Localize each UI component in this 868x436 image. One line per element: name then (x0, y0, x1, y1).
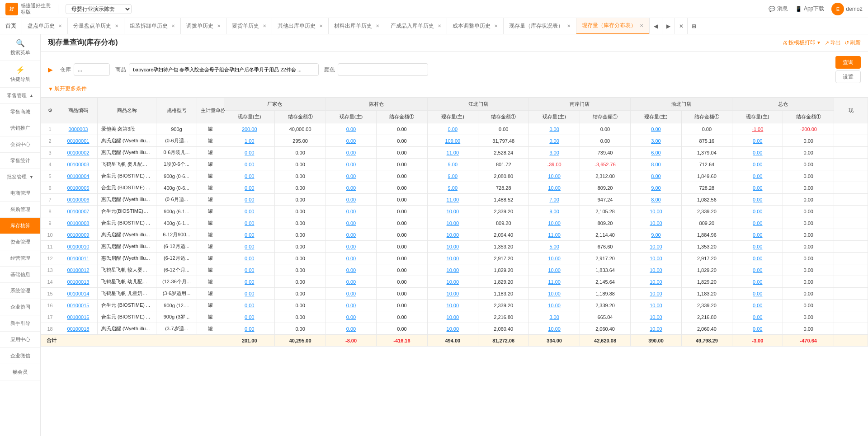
row-chenmao-current[interactable]: 0.00 (326, 311, 376, 323)
row-yuzhong-current[interactable]: 10.00 (631, 300, 681, 311)
row-factory-current[interactable]: 0.00 (224, 217, 275, 229)
sidebar-item-finance[interactable]: 资金管理 (0, 234, 40, 250)
row-yuzhong-current[interactable]: 8.00 (631, 194, 681, 206)
row-nangan-current[interactable]: 10.00 (529, 217, 580, 229)
row-yuzhong-current[interactable]: 10.00 (631, 276, 681, 288)
row-code[interactable]: 00100003 (59, 159, 98, 170)
tab-next-btn[interactable]: ▶ (662, 18, 675, 34)
tab-close-5[interactable]: ✕ (263, 23, 266, 28)
row-code[interactable]: 00100002 (59, 147, 98, 159)
row-total-current[interactable]: 0.00 (732, 206, 783, 217)
row-nangan-current[interactable]: 3.00 (529, 147, 580, 159)
row-yuzhong-current[interactable]: 10.00 (631, 264, 681, 276)
row-code[interactable]: 00100014 (59, 288, 98, 300)
sidebar-item-guide[interactable]: 新手引导 (0, 315, 40, 332)
row-total-current[interactable]: 0.00 (732, 182, 783, 194)
row-code[interactable]: 00100006 (59, 194, 98, 206)
row-code[interactable]: 00100015 (59, 300, 98, 311)
row-nangan-current[interactable]: 9.00 (529, 206, 580, 217)
tab-close-9[interactable]: ✕ (494, 23, 498, 28)
row-factory-current[interactable]: 0.00 (224, 300, 275, 311)
tab-close-8[interactable]: ✕ (438, 23, 441, 28)
row-factory-current[interactable]: 0.00 (224, 241, 275, 253)
row-chenmao-current[interactable]: 0.00 (326, 147, 376, 159)
row-nangan-current[interactable]: 7.00 (529, 194, 580, 206)
message-btn[interactable]: 💬 消息 (769, 5, 788, 13)
print-btn[interactable]: 🖨 按模板打印 ▼ (782, 39, 821, 47)
tab-1[interactable]: 盘点单历史 ✕ (22, 18, 68, 34)
row-factory-current[interactable]: 0.00 (224, 206, 275, 217)
row-total-current[interactable]: 0.00 (732, 288, 783, 300)
row-code[interactable]: 00100013 (59, 276, 98, 288)
tab-close-6[interactable]: ✕ (319, 23, 323, 28)
row-total-current[interactable]: 0.00 (732, 264, 783, 276)
row-yuzhong-current[interactable]: 8.00 (631, 170, 681, 182)
row-nangan-current[interactable]: 10.00 (529, 300, 580, 311)
sidebar-item-retail[interactable]: 零售管理 ▲ (0, 88, 40, 104)
row-factory-current[interactable]: 0.00 (224, 288, 275, 300)
search-button[interactable]: 查询 (835, 56, 861, 69)
row-code[interactable]: 00100008 (59, 217, 98, 229)
industry-select[interactable]: 母婴行业演示陈套 (66, 4, 132, 14)
row-total-current[interactable]: 0.00 (732, 253, 783, 264)
row-chenmao-current[interactable]: 0.00 (326, 288, 376, 300)
sidebar-item-inventory[interactable]: 库存核算 (0, 218, 40, 234)
tab-7[interactable]: 材料出库单历史 ✕ (329, 18, 385, 34)
tab-home[interactable]: 首页 (0, 18, 22, 34)
tab-close-all-btn[interactable]: ✕ (675, 18, 687, 34)
row-chenmao-current[interactable]: 0.00 (326, 170, 376, 182)
row-total-current[interactable]: 0.00 (732, 170, 783, 182)
row-total-current[interactable]: 0.00 (732, 217, 783, 229)
row-factory-current[interactable]: 0.00 (224, 276, 275, 288)
row-code[interactable]: 0000003 (59, 123, 98, 135)
row-code[interactable]: 00100018 (59, 323, 98, 335)
row-chenmao-current[interactable]: 0.00 (326, 182, 376, 194)
row-chenmao-current[interactable]: 0.00 (326, 276, 376, 288)
row-yuzhong-current[interactable]: 9.00 (631, 229, 681, 241)
row-nangan-current[interactable]: 10.00 (529, 170, 580, 182)
row-code[interactable]: 00100007 (59, 206, 98, 217)
sidebar-item-nav[interactable]: ⚡ 快捷导航 (0, 61, 40, 88)
tab-2[interactable]: 分量盘点单历史 ✕ (68, 18, 124, 34)
row-chenmao-current[interactable]: 0.00 (326, 206, 376, 217)
row-chenmao-current[interactable]: 0.00 (326, 253, 376, 264)
tab-close-3[interactable]: ✕ (171, 23, 175, 28)
tab-prev-btn[interactable]: ◀ (649, 18, 662, 34)
row-jiangbei-current[interactable]: 11.00 (427, 147, 478, 159)
warehouse-input[interactable] (74, 63, 110, 76)
row-total-current[interactable]: 0.00 (732, 135, 783, 147)
row-nangan-current[interactable]: 10.00 (529, 264, 580, 276)
row-chenmao-current[interactable]: 0.00 (326, 264, 376, 276)
row-nangan-current[interactable]: 0.00 (529, 135, 580, 147)
tab-close-4[interactable]: ✕ (217, 23, 221, 28)
row-code[interactable]: 00100009 (59, 229, 98, 241)
row-yuzhong-current[interactable]: 10.00 (631, 311, 681, 323)
sidebar-item-mall[interactable]: 零售商城 (0, 104, 40, 120)
row-jiangbei-current[interactable]: 10.00 (427, 229, 478, 241)
row-nangan-current[interactable]: 10.00 (529, 288, 580, 300)
refresh-btn[interactable]: ↺ 刷新 (844, 39, 861, 47)
row-chenmao-current[interactable]: 0.00 (326, 217, 376, 229)
row-total-current[interactable]: 0.00 (732, 147, 783, 159)
tab-close-10[interactable]: ✕ (567, 23, 571, 28)
row-yuzhong-current[interactable]: 3.00 (631, 135, 681, 147)
row-factory-current[interactable]: 1.00 (224, 135, 275, 147)
row-factory-current[interactable]: 0.00 (224, 182, 275, 194)
setting-button[interactable]: 设置 (835, 70, 861, 83)
row-jiangbei-current[interactable]: 10.00 (427, 311, 478, 323)
tab-5[interactable]: 要货单历史 ✕ (226, 18, 272, 34)
app-download-btn[interactable]: 📱 App下载 (795, 5, 824, 13)
row-nangan-current[interactable]: 5.00 (529, 241, 580, 253)
row-code[interactable]: 00100016 (59, 311, 98, 323)
tab-3[interactable]: 组装拆卸单历史 ✕ (124, 18, 181, 34)
row-total-current[interactable]: 0.00 (732, 241, 783, 253)
row-factory-current[interactable]: 0.00 (224, 170, 275, 182)
row-factory-current[interactable]: 0.00 (224, 147, 275, 159)
sidebar-item-system[interactable]: 系统管理 (0, 283, 40, 299)
color-input[interactable] (338, 63, 428, 76)
export-btn[interactable]: ↗ 导出 (825, 39, 841, 47)
row-nangan-current[interactable]: -39.00 (529, 159, 580, 170)
row-total-current[interactable]: -1.00 (732, 123, 783, 135)
row-yuzhong-current[interactable]: 10.00 (631, 323, 681, 335)
row-code[interactable]: 00100010 (59, 241, 98, 253)
